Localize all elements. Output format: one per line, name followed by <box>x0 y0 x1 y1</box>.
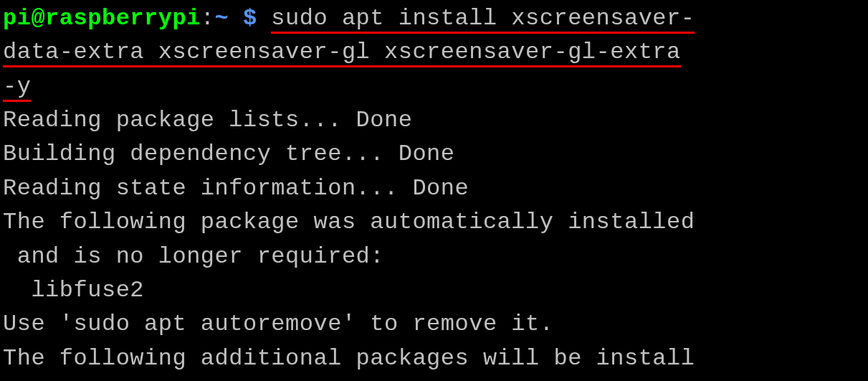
command-line-1: sudo apt install xscreensaver- <box>271 5 695 34</box>
command-line-2: data-extra xscreensaver-gl xscreensaver-… <box>3 39 681 67</box>
prompt-separator: : <box>201 5 215 32</box>
output-line-1: Reading package lists... Done <box>3 103 865 137</box>
prompt-user-host: pi@raspberrypi <box>3 5 201 32</box>
output-line-3: Reading state information... Done <box>3 171 865 205</box>
output-line-6: libfuse2 <box>3 273 865 307</box>
output-line-5: and is no longer required: <box>3 240 865 273</box>
terminal-output[interactable]: pi@raspberrypi:~ $ sudo apt install xscr… <box>3 1 865 375</box>
output-line-8: The following additional packages will b… <box>3 342 865 375</box>
output-line-2: Building dependency tree... Done <box>3 137 865 171</box>
output-line-4: The following package was automatically … <box>3 205 865 239</box>
command-line-3: -y <box>3 73 31 102</box>
prompt-dollar: $ <box>229 5 271 32</box>
output-line-7: Use 'sudo apt autoremove' to remove it. <box>3 307 865 341</box>
prompt-path: ~ <box>215 5 229 32</box>
